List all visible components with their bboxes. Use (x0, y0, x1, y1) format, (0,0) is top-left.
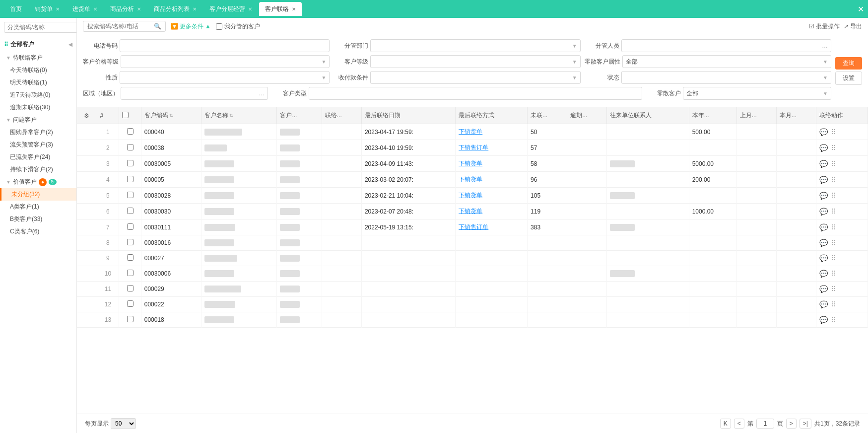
grid-action-icon-11[interactable]: ⠿ (831, 300, 836, 308)
cust-grade-select[interactable]: ▼ (370, 55, 580, 68)
chat-icon-5[interactable]: 💬 (819, 208, 828, 216)
col-no-contact[interactable]: 未联... (528, 107, 567, 124)
tab-close-purchase-order[interactable]: ✕ (93, 6, 97, 12)
grid-action-icon-0[interactable]: ⠿ (831, 128, 836, 136)
grid-action-icon-3[interactable]: ⠿ (831, 176, 836, 184)
col-this-year[interactable]: 本年... (689, 107, 736, 124)
col-name[interactable]: 客户名称⇅ (201, 107, 277, 124)
chat-icon-10[interactable]: 💬 (819, 285, 828, 293)
sidebar-item-ungroup[interactable]: 未分组(32) (0, 188, 76, 201)
tab-close-product-analysis-list[interactable]: ✕ (193, 6, 197, 12)
row-check-8[interactable] (119, 251, 141, 266)
col-code[interactable]: 客户编码⇅ (141, 107, 201, 124)
chat-icon-0[interactable]: 💬 (819, 128, 828, 136)
person-dots-icon[interactable]: … (822, 42, 828, 49)
chat-icon-8[interactable]: 💬 (819, 254, 828, 262)
sidebar-item-churned[interactable]: 已流失客户(24) (0, 151, 76, 163)
tab-product-analysis-list[interactable]: 商品分析列表 ✕ (148, 2, 202, 16)
export-btn[interactable]: ↗ 导出 (844, 22, 862, 31)
col-last-month[interactable]: 上月... (736, 107, 776, 124)
tab-close-customer-tier[interactable]: ✕ (248, 6, 252, 12)
sidebar-item-class-a[interactable]: A类客户(1) (0, 201, 76, 213)
col-contact[interactable]: 联络... (322, 107, 361, 124)
grid-action-icon-10[interactable]: ⠿ (831, 285, 836, 293)
tab-product-analysis[interactable]: 商品分析 ✕ (104, 2, 147, 16)
filter-my-customers[interactable]: 我分管的客户 (216, 22, 260, 31)
grid-action-icon-7[interactable]: ⠿ (831, 239, 836, 247)
payment-select[interactable]: ▼ (370, 71, 580, 84)
sidebar-score-group[interactable]: ▼ 价值客户 ● ↻ (0, 176, 76, 188)
col-partner-contact[interactable]: 往来单位联系人 (607, 107, 689, 124)
sidebar-all-customers[interactable]: ⠿ 全部客户 ◀ (0, 37, 76, 52)
prev-page-btn[interactable]: < (734, 419, 744, 429)
row-check-6[interactable] (119, 219, 141, 235)
chat-icon-6[interactable]: 💬 (819, 223, 828, 231)
sidebar-item-overdue-contact[interactable]: 逾期未联络(30) (0, 101, 76, 114)
sidebar-item-today-pending[interactable]: 今天待联络(0) (0, 64, 76, 76)
col-type[interactable]: 客户... (277, 107, 322, 124)
sidebar-item-declining[interactable]: 持续下滑客户(2) (0, 163, 76, 176)
chat-icon-9[interactable]: 💬 (819, 270, 828, 278)
region-select[interactable]: … (121, 87, 268, 100)
row-check-10[interactable] (119, 282, 141, 297)
close-all-tabs[interactable]: ✕ (858, 4, 864, 14)
reset-btn[interactable]: 设置 (835, 72, 862, 85)
sidebar-item-tomorrow-pending[interactable]: 明天待联络(1) (0, 76, 76, 89)
tab-close-customer-contact[interactable]: ✕ (292, 6, 296, 12)
retail-select[interactable]: 全部 ▼ (683, 87, 831, 100)
sidebar-item-abnormal[interactable]: 囤购异常客户(2) (0, 126, 76, 139)
score-refresh-icon[interactable]: ↻ (49, 179, 57, 185)
chat-icon-1[interactable]: 💬 (819, 144, 828, 152)
tab-purchase-order[interactable]: 进货单 ✕ (67, 2, 103, 16)
batch-op-btn[interactable]: ☑ 批量操作 (809, 22, 840, 31)
chat-icon-11[interactable]: 💬 (819, 300, 828, 308)
col-overdue[interactable]: 逾期... (567, 107, 607, 124)
tab-close-product-analysis[interactable]: ✕ (137, 6, 141, 12)
chat-icon-3[interactable]: 💬 (819, 176, 828, 184)
chat-icon-2[interactable]: 💬 (819, 160, 828, 168)
sidebar-item-7day-pending[interactable]: 近7天待联络(0) (0, 89, 76, 101)
sidebar-search-input[interactable] (4, 22, 77, 33)
row-check-11[interactable] (119, 297, 141, 312)
sidebar-item-class-b[interactable]: B类客户(33) (0, 213, 76, 225)
grid-action-icon-5[interactable]: ⠿ (831, 208, 836, 216)
nature-select[interactable]: ▼ (120, 71, 330, 84)
filter-search-icon[interactable]: 🔍 (154, 23, 161, 30)
status-select[interactable]: ▼ (621, 71, 831, 84)
grid-action-icon-1[interactable]: ⠿ (831, 144, 836, 152)
tab-close-sales-order[interactable]: ✕ (56, 6, 60, 12)
page-num-input[interactable] (756, 419, 774, 429)
row-check-4[interactable] (119, 188, 141, 204)
row-check-5[interactable] (119, 204, 141, 219)
last-page-btn[interactable]: >| (800, 419, 811, 429)
filter-more-conditions[interactable]: 🔽 更多条件 ▲ (171, 22, 211, 31)
grid-action-icon-12[interactable]: ⠿ (831, 316, 836, 324)
row-check-9[interactable] (119, 266, 141, 282)
col-last-contact-way[interactable]: 最后联络方式 (456, 107, 528, 124)
row-check-1[interactable] (119, 140, 141, 156)
query-btn[interactable]: 查询 (835, 57, 862, 70)
person-select[interactable]: … (621, 39, 831, 52)
chat-icon-7[interactable]: 💬 (819, 239, 828, 247)
cust-type-select[interactable] (309, 87, 642, 100)
my-customers-checkbox[interactable] (216, 23, 222, 30)
row-check-2[interactable] (119, 156, 141, 172)
settings-icon[interactable]: ⚙ (84, 112, 89, 119)
first-page-btn[interactable]: K (720, 419, 731, 429)
tab-customer-tier[interactable]: 客户分层经营 ✕ (203, 2, 258, 16)
price-grade-select[interactable]: ▼ (121, 55, 330, 68)
chat-icon-4[interactable]: 💬 (819, 192, 828, 200)
col-settings[interactable]: ⚙ (77, 107, 97, 124)
tab-customer-contact[interactable]: 客户联络 ✕ (259, 2, 302, 16)
col-last-contact-date[interactable]: 最后联络日期 (361, 107, 455, 124)
row-check-3[interactable] (119, 172, 141, 188)
sidebar-item-class-c[interactable]: C类客户(6) (0, 225, 76, 238)
chat-icon-12[interactable]: 💬 (819, 316, 828, 324)
tab-home[interactable]: 首页 (4, 2, 28, 16)
grid-action-icon-8[interactable]: ⠿ (831, 254, 836, 262)
row-check-12[interactable] (119, 312, 141, 328)
page-size-select[interactable]: 50 100 200 (111, 418, 136, 429)
dept-select[interactable]: ▼ (370, 39, 580, 52)
sidebar-item-churn-warn[interactable]: 流失预警客户(3) (0, 139, 76, 151)
row-check-0[interactable] (119, 124, 141, 140)
